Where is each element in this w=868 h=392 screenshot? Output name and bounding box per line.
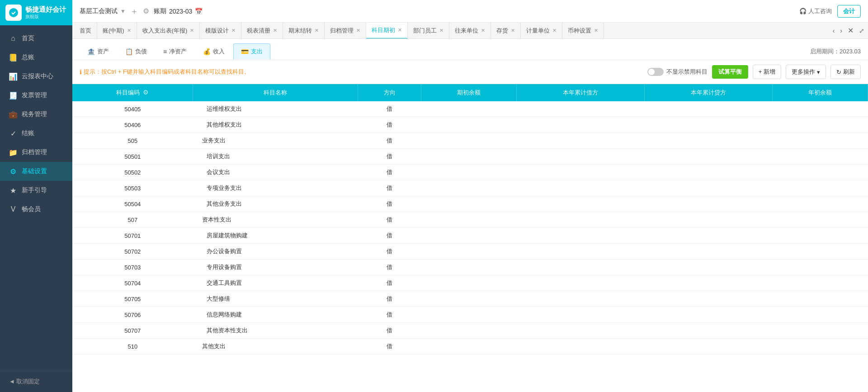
table-row[interactable]: 50502 会议支出 借 [72, 165, 868, 180]
table-row[interactable]: 50406 其他维权支出 借 [72, 117, 868, 133]
add-button[interactable]: + 新增 [753, 65, 781, 79]
table-row[interactable]: 50504 其他业务支出 借 [72, 196, 868, 212]
subtab-expenditure[interactable]: 💳 支出 [233, 43, 270, 60]
table-row[interactable]: 50503 专项业务支出 借 [72, 180, 868, 196]
table-row[interactable]: 50501 培训支出 借 [72, 149, 868, 165]
cell-debit-ytd-3 [517, 149, 645, 165]
cell-debit-ytd-11 [517, 275, 645, 291]
tab-close-partner-icon[interactable]: ✕ [481, 28, 485, 33]
tab-close-template-icon[interactable]: ✕ [231, 28, 236, 33]
tab-close-income-icon[interactable]: ✕ [190, 28, 194, 33]
tab-close-dept-icon[interactable]: ✕ [439, 28, 443, 33]
tab-tax[interactable]: 税表清册✕ [241, 23, 283, 39]
sidebar-item-settle[interactable]: ✓ 结账 [0, 124, 72, 143]
table-row[interactable]: 50701 房屋建筑物购建 借 [72, 228, 868, 244]
tab-close-period-end-icon[interactable]: ✕ [315, 28, 319, 33]
tab-close-archive-icon[interactable]: ✕ [356, 28, 360, 33]
more-actions-button[interactable]: 更多操作 ▾ [786, 65, 826, 79]
tab-currency[interactable]: 币种设置✕ [562, 23, 604, 39]
tab-period[interactable]: 账(中期)✕ [97, 23, 137, 39]
tab-close-tax-icon[interactable]: ✕ [273, 28, 277, 33]
sidebar-footer-collapse[interactable]: ◄ 取消固定 [0, 371, 72, 392]
refresh-button[interactable]: ↻ 刷新 [830, 65, 861, 79]
add-company-icon[interactable]: ＋ [130, 6, 138, 17]
cell-year-balance-2 [772, 133, 868, 149]
table-row[interactable]: 510 其他支出 借 [72, 339, 868, 354]
table-row[interactable]: 505 业务支出 借 [72, 133, 868, 149]
subtab-net-asset[interactable]: ≡ 净资产 [156, 43, 194, 60]
tab-subject-init[interactable]: 科目期初✕ [366, 23, 408, 39]
table-row[interactable]: 50704 交通工具购置 借 [72, 275, 868, 291]
support-button[interactable]: 🎧 人工咨询 [799, 7, 832, 15]
sidebar-label-tax: 税务管理 [22, 110, 47, 118]
cell-credit-ytd-9 [644, 244, 772, 260]
tab-inventory[interactable]: 存货✕ [491, 23, 521, 39]
table-row[interactable]: 50702 办公设备购置 借 [72, 244, 868, 260]
tab-dept[interactable]: 部门员工✕ [408, 23, 449, 39]
tab-label-archive: 归档管理 [330, 27, 354, 35]
cell-code-1: 50406 [72, 117, 193, 133]
company-dropdown-icon: ▼ [120, 8, 126, 14]
cell-debit-ytd-15 [517, 339, 645, 354]
calendar-icon[interactable]: 📅 [195, 8, 203, 15]
tab-close-unit-icon[interactable]: ✕ [552, 28, 557, 33]
company-selector[interactable]: 基层工会测试 ▼ [80, 7, 126, 15]
cell-year-balance-1 [772, 117, 868, 133]
tab-expand-button[interactable]: ⤢ [857, 25, 866, 36]
sidebar-item-settings[interactable]: ⚙ 基础设置 [0, 162, 72, 181]
cell-debit-ytd-0 [517, 101, 645, 117]
tab-close-period-icon[interactable]: ✕ [127, 28, 131, 33]
subtab-liability[interactable]: 📋 负债 [118, 43, 155, 60]
balance-button[interactable]: 试算平衡 [712, 65, 748, 79]
tab-archive[interactable]: 归档管理✕ [325, 23, 366, 39]
tab-close-currency-icon[interactable]: ✕ [594, 28, 598, 33]
table-row[interactable]: 50405 运维维权支出 借 [72, 101, 868, 117]
cell-direction-6: 借 [358, 196, 421, 212]
table-row[interactable]: 50706 信息网络购建 借 [72, 307, 868, 323]
tab-home[interactable]: 首页 [74, 23, 97, 39]
sidebar-item-member[interactable]: V 畅会员 [0, 200, 72, 219]
table-row[interactable]: 50705 大型修缮 借 [72, 291, 868, 307]
cell-credit-ytd-8 [644, 228, 772, 244]
subtab-expenditure-icon: 💳 [241, 48, 249, 55]
user-role-button[interactable]: 会计 [837, 5, 861, 18]
tab-scroll-right-button[interactable]: › [838, 25, 844, 36]
cell-balance-5 [421, 180, 517, 196]
tab-partner[interactable]: 往来单位✕ [449, 23, 491, 39]
period-value: 2023-03 [169, 8, 192, 15]
tab-close-inventory-icon[interactable]: ✕ [511, 28, 515, 33]
table-row[interactable]: 50703 专用设备购置 借 [72, 260, 868, 275]
tab-unit[interactable]: 计量单位✕ [521, 23, 562, 39]
cell-year-balance-9 [772, 244, 868, 260]
subtab-income2[interactable]: 💰 收入 [195, 43, 232, 60]
tab-income[interactable]: 收入支出表(年报)✕ [137, 23, 200, 39]
sidebar-item-invoice[interactable]: 🧾 发票管理 [0, 86, 72, 105]
tab-period-end[interactable]: 期末结转✕ [283, 23, 325, 39]
tab-scroll-left-button[interactable]: ‹ [831, 25, 837, 36]
tab-label-period: 账(中期) [103, 27, 124, 35]
cell-name-6: 其他业务支出 [193, 196, 358, 212]
cell-year-balance-3 [772, 149, 868, 165]
toggle-switch[interactable] [647, 68, 664, 76]
cell-debit-ytd-9 [517, 244, 645, 260]
table-row[interactable]: 50707 其他资本性支出 借 [72, 323, 868, 339]
sidebar-item-tax[interactable]: 💼 税务管理 [0, 105, 72, 124]
tab-template[interactable]: 模版设计✕ [200, 23, 241, 39]
sidebar-label-ledger: 总账 [22, 53, 34, 61]
column-settings-icon[interactable]: ⚙ [143, 89, 149, 96]
sidebar-item-home[interactable]: ⌂ 首页 [0, 29, 72, 48]
cell-direction-15: 借 [358, 339, 421, 354]
tab-close-subject-init-icon[interactable]: ✕ [398, 27, 402, 33]
sidebar-item-reports[interactable]: 📊 云报表中心 [0, 67, 72, 86]
table-row[interactable]: 507 资本性支出 借 [72, 212, 868, 228]
sidebar-item-guide[interactable]: ★ 新手引导 [0, 181, 72, 200]
sidebar-item-archive[interactable]: 📁 归档管理 [0, 143, 72, 162]
tab-close-all-button[interactable]: ✕ [846, 24, 855, 37]
sidebar-item-ledger[interactable]: 📒 总账 [0, 48, 72, 67]
table-body: 50405 运维维权支出 借 50406 其他维权支出 借 505 业务支出 借… [72, 101, 868, 354]
subtab-asset[interactable]: 🏦 资产 [80, 43, 117, 60]
tab-label-period-end: 期末结转 [288, 27, 312, 35]
settings-gear-icon[interactable]: ⚙ [143, 7, 149, 15]
cell-direction-14: 借 [358, 323, 421, 339]
cell-name-13: 信息网络购建 [193, 307, 358, 323]
